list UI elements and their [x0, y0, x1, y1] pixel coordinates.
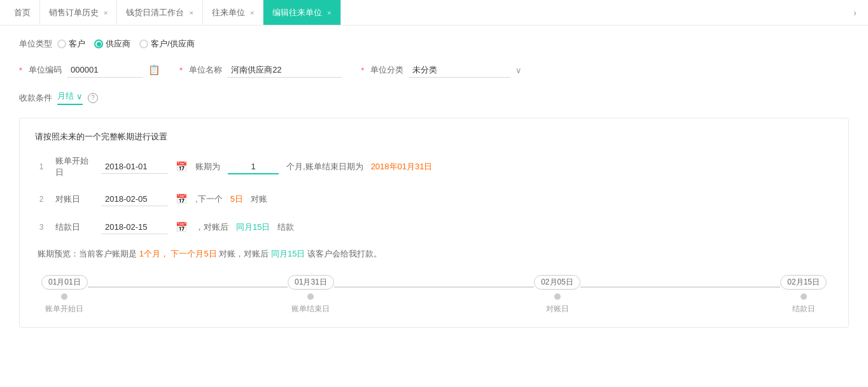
tab-sales-history[interactable]: 销售订单历史 ×: [40, 0, 117, 25]
unit-name-label: 单位名称: [189, 64, 222, 76]
timeline-sublabel-1: 账单结束日: [291, 304, 330, 314]
unit-code-input[interactable]: [67, 62, 143, 78]
timeline-dot-2: [554, 293, 561, 300]
timeline-label-2: 02月05日: [534, 275, 580, 290]
unit-type-label: 单位类型: [19, 38, 52, 50]
period-calendar-3[interactable]: 📅: [176, 222, 188, 233]
unit-name-required: *: [179, 66, 183, 75]
tab-close-cash-workbench[interactable]: ×: [189, 9, 193, 17]
period-row2-suffix: 对账: [251, 194, 267, 205]
period-row-2: 2 对账日 📅 ,下一个 5日 对账: [35, 192, 833, 206]
timeline-node-3: 02月15日 结款日: [780, 275, 827, 314]
page-content: 单位类型 客户 供应商 客户/供应商 * 单位编码: [0, 25, 868, 387]
timeline-line-3: [580, 286, 780, 288]
period-months-suffix: 个月,账单结束日期为: [286, 161, 363, 172]
tab-close-sales-history[interactable]: ×: [104, 9, 108, 17]
unit-type-field: 单位类型 客户 供应商 客户/供应商: [19, 38, 195, 50]
unit-category-field: * 单位分类 ∨: [361, 62, 522, 78]
inner-card: 请按照未来的一个完整帐期进行设置 1 账单开始日 📅 账期为 个月,账单结束日期…: [19, 118, 849, 328]
unit-category-dropdown-icon[interactable]: ∨: [515, 66, 522, 75]
period-calendar-1[interactable]: 📅: [176, 161, 188, 172]
period-row3-prefix: ，对账后: [195, 222, 228, 233]
radio-supplier[interactable]: 供应商: [94, 38, 130, 50]
unit-code-copy-icon[interactable]: 📋: [148, 64, 160, 76]
period-row2-highlight: 5日: [230, 194, 243, 205]
timeline-line-2: [334, 286, 534, 288]
period-num-2: 2: [35, 195, 48, 204]
period-calendar-2[interactable]: 📅: [176, 194, 188, 205]
payment-dropdown-icon[interactable]: ∨: [76, 92, 83, 101]
payment-label: 收款条件: [19, 92, 52, 104]
period-date-2[interactable]: [101, 192, 168, 206]
period-end-date: 2018年01月31日: [371, 161, 433, 172]
tab-close-partners[interactable]: ×: [250, 9, 254, 17]
radio-customer[interactable]: 客户: [57, 38, 85, 50]
payment-select[interactable]: 月结 ∨: [57, 90, 83, 105]
unit-category-label: 单位分类: [370, 64, 403, 76]
tabs-bar: 首页 销售订单历史 × 钱货日清工作台 × 往来单位 × 编辑往来单位 × ›: [0, 0, 868, 25]
timeline-dot-0: [61, 293, 67, 300]
card-title: 请按照未来的一个完整帐期进行设置: [35, 131, 833, 143]
preview-part2: 下一个月5日: [171, 249, 216, 258]
radio-circle-both: [139, 39, 148, 48]
period-date-3[interactable]: [101, 220, 168, 234]
timeline-line-1: [88, 286, 288, 288]
timeline-sublabel-3: 结款日: [792, 304, 815, 314]
unit-code-label: 单位编码: [29, 64, 62, 76]
radio-both[interactable]: 客户/供应商: [139, 38, 195, 50]
period-num-3: 3: [35, 223, 48, 232]
tab-close-edit-partner[interactable]: ×: [327, 9, 331, 17]
period-num-1: 1: [35, 162, 48, 171]
timeline: 01月01日 账单开始日 01月31日 账单结束日 02月05日 对账日: [35, 275, 833, 314]
payment-field: 收款条件 月结 ∨ ?: [19, 90, 98, 105]
tab-more-arrow[interactable]: ›: [847, 8, 863, 18]
unit-code-field: * 单位编码 📋: [19, 62, 160, 78]
preview-part4: 同月15日: [271, 249, 305, 258]
preview-part1: 1个月，: [139, 249, 169, 258]
preview-text: 账期预览：当前客户账期是 1个月， 下一个月5日 对账，对账后 同月15日 该客…: [35, 248, 833, 260]
timeline-node-1: 01月31日 账单结束日: [288, 275, 334, 314]
period-date-1[interactable]: [101, 160, 168, 174]
period-label-1: 账单开始日: [55, 155, 94, 178]
period-label-2: 对账日: [55, 194, 94, 205]
period-row3-suffix: 结款: [277, 222, 294, 233]
unit-info-row: * 单位编码 📋 * 单位名称 * 单位分类 ∨: [19, 62, 849, 78]
preview-part3: 对账，对账后: [219, 249, 269, 258]
unit-name-field: * 单位名称: [179, 62, 342, 78]
preview-part5: 该客户会给我打款。: [307, 249, 382, 258]
timeline-dot-1: [307, 293, 314, 300]
period-label-3: 结款日: [55, 222, 94, 233]
unit-type-radio-group: 客户 供应商 客户/供应商: [57, 38, 195, 50]
period-months-input[interactable]: [228, 160, 279, 174]
timeline-dot-3: [801, 293, 807, 300]
timeline-label-1: 01月31日: [288, 275, 334, 290]
period-row3-highlight: 同月15日: [236, 222, 270, 233]
unit-type-row: 单位类型 客户 供应商 客户/供应商: [19, 38, 849, 50]
period-row-1: 1 账单开始日 📅 账期为 个月,账单结束日期为 2018年01月31日: [35, 155, 833, 178]
unit-code-required: *: [19, 66, 22, 75]
timeline-sublabel-0: 账单开始日: [45, 304, 83, 314]
payment-row: 收款条件 月结 ∨ ?: [19, 90, 849, 105]
unit-category-required: *: [361, 66, 364, 75]
timeline-sublabel-2: 对账日: [546, 304, 569, 314]
timeline-node-2: 02月05日 对账日: [534, 275, 580, 314]
radio-circle-customer: [57, 39, 66, 48]
tab-partners[interactable]: 往来单位 ×: [203, 0, 263, 25]
period-row-3: 3 结款日 📅 ，对账后 同月15日 结款: [35, 220, 833, 234]
tab-edit-partner[interactable]: 编辑往来单位 ×: [263, 0, 340, 25]
timeline-node-0: 01月01日 账单开始日: [41, 275, 88, 314]
unit-name-input[interactable]: [227, 62, 342, 78]
radio-circle-supplier: [94, 39, 103, 48]
tab-home[interactable]: 首页: [5, 0, 40, 25]
payment-help-icon[interactable]: ?: [88, 93, 98, 103]
timeline-label-0: 01月01日: [41, 275, 88, 290]
period-suffix-1: 账期为: [195, 161, 220, 172]
unit-category-input[interactable]: [409, 62, 510, 78]
timeline-label-3: 02月15日: [780, 275, 827, 290]
period-row2-prefix: ,下一个: [195, 194, 223, 205]
tab-cash-workbench[interactable]: 钱货日清工作台 ×: [117, 0, 202, 25]
